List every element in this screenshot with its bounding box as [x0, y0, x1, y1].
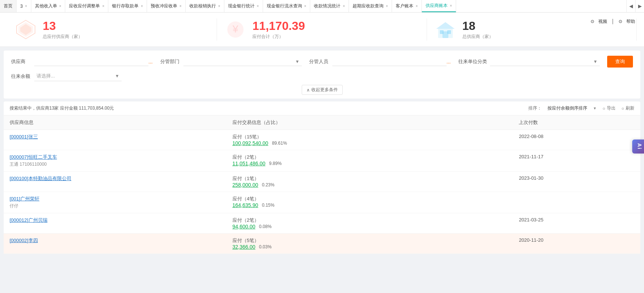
filter-balance: 往来余额 请选择... ▼ — [11, 71, 122, 81]
dept-filter-label: 分管部门 — [160, 58, 181, 65]
results-summary: 搜索结果中，供应商13家 应付金额 111,703,854.00元 — [10, 105, 114, 111]
person-filter-label: 分管人员 — [309, 58, 329, 65]
col-header-tx: 应付交易信息（占比） — [227, 116, 513, 130]
nav-customer-ledger-label: 客户账本 — [396, 3, 413, 9]
tx-percent: 9.89% — [269, 161, 281, 166]
nav-prepay-offset-close[interactable]: × — [179, 4, 182, 8]
nav-cash-bank-stat-label: 现金银行统计 — [228, 3, 255, 9]
stat-label-amount: 应付合计（万） — [252, 34, 305, 40]
nav-receipt-stat[interactable]: 收款情况统计 × — [310, 0, 349, 12]
person-dots-btn[interactable]: ... — [447, 59, 451, 65]
nav-prev-arrow[interactable]: ◀ — [626, 0, 635, 13]
stat-number-suppliers: 13 — [43, 19, 83, 33]
tx-amount[interactable]: 32,366.00 — [232, 244, 255, 250]
nav-supplier-ledger[interactable]: 供应商账本 × — [422, 0, 456, 12]
nav-tab3-close[interactable]: × — [25, 4, 27, 8]
supplier-link[interactable]: [000002]李四 — [10, 238, 38, 243]
supplier-input[interactable] — [34, 57, 148, 66]
nav-ar-ap-adjust-close[interactable]: × — [102, 4, 104, 8]
nav-receipt-verify-close[interactable]: × — [218, 4, 220, 8]
nav-cash-bank-query[interactable]: 现金银行流水查询 × — [263, 0, 311, 12]
table-row: [000001]张三应付（15笔）100,092,540.0089.61%202… — [4, 130, 640, 150]
nav-next-arrow[interactable]: ▶ — [635, 0, 644, 13]
nav-cash-bank-stat-close[interactable]: × — [257, 4, 259, 8]
tx-amount[interactable]: 94,600.00 — [232, 224, 255, 230]
top-nav: 首页 3 × 其他收入单 × 应收应付调整单 × 银行存取款单 × 预收冲应收单… — [0, 0, 644, 13]
nav-other-income-close[interactable]: × — [59, 4, 62, 8]
data-table: 供应商信息 应付交易信息（占比） 上次付数 [000001]张三应付（15笔）1… — [4, 116, 640, 254]
supplier-cell: [000001]张三 — [4, 130, 227, 150]
tx-amount[interactable]: 11,051,486.00 — [232, 161, 266, 166]
nav-cash-bank-stat[interactable]: 现金银行统计 × — [224, 0, 263, 12]
nav-supplier-ledger-close[interactable]: × — [450, 4, 452, 8]
export-btn[interactable]: ○ 导出 — [603, 105, 616, 111]
filter-supplier: 供应商 ... — [11, 57, 153, 66]
supplier-link[interactable]: [001]广州荣轩 — [10, 196, 39, 201]
nav-overdue-ar-label: 超期应收款查询 — [353, 3, 384, 9]
tx-amount[interactable]: 258,000.00 — [232, 182, 258, 188]
stat-label-total: 总供应商（家） — [462, 34, 493, 40]
supplier-cell: [001]广州荣轩仔仔 — [4, 192, 227, 213]
top-right-links: ⊙ 视频 │ ⊙ 帮助 — [589, 18, 637, 25]
video-link[interactable]: 视频 — [598, 19, 607, 24]
nav-customer-ledger[interactable]: 客户账本 × — [392, 0, 422, 12]
last-payment-date: 2022-08-08 — [519, 134, 543, 139]
nav-receipt-verify[interactable]: 收款核销执行 × — [186, 0, 224, 12]
sort-dropdown-icon[interactable]: ▼ — [593, 106, 597, 110]
tx-amount[interactable]: 100,092,540.00 — [232, 140, 268, 146]
supplier-link[interactable]: [000007]恒旺二手叉车 — [10, 154, 57, 160]
balance-select-text: 请选择... — [36, 73, 115, 79]
nav-ar-ap-adjust[interactable]: 应收应付调整单 × — [65, 0, 108, 12]
stat-content-amount: 11,170.39 应付合计（万） — [252, 19, 305, 40]
nav-overdue-ar-close[interactable]: × — [386, 4, 388, 8]
nav-customer-ledger-close[interactable]: × — [416, 4, 418, 8]
nav-bank-deposit-label: 银行存取款单 — [112, 3, 139, 9]
stat-content-suppliers: 13 总应付供应商（家） — [43, 19, 83, 40]
person-input[interactable] — [332, 57, 447, 66]
svg-rect-8 — [440, 30, 444, 34]
tx-label: 应付（15笔） — [232, 134, 507, 140]
nav-bank-deposit[interactable]: 银行存取款单 × — [108, 0, 147, 12]
table-header-row: 供应商信息 应付交易信息（占比） 上次付数 — [4, 116, 640, 130]
nav-receipt-stat-close[interactable]: × — [343, 4, 345, 8]
nav-overdue-ar[interactable]: 超期应收款查询 × — [349, 0, 392, 12]
last-payment-cell: 2020-11-20 — [513, 234, 640, 254]
divider: │ — [612, 19, 615, 24]
tx-amount[interactable]: 164,635.90 — [232, 202, 258, 208]
tx-cell: 应付（1笔）258,000.000.23% — [227, 172, 513, 192]
nav-tab3[interactable]: 3 × — [17, 0, 31, 12]
category-select[interactable]: ▼ — [490, 58, 600, 66]
balance-select[interactable]: 请选择... ▼ — [34, 71, 122, 81]
stat-label-suppliers: 总应付供应商（家） — [43, 34, 83, 40]
sort-select[interactable]: 按应付余额倒序排序 — [547, 105, 587, 111]
category-dropdown-icon: ▼ — [593, 59, 598, 64]
results-header: 搜索结果中，供应商13家 应付金额 111,703,854.00元 排序： 按应… — [4, 101, 640, 116]
export-label: 导出 — [607, 105, 616, 111]
refresh-btn[interactable]: ○ 刷新 — [622, 105, 634, 111]
supplier-dots-btn[interactable]: ... — [148, 59, 153, 65]
filter-row-2: 往来余额 请选择... ▼ — [11, 71, 122, 81]
nav-prepay-offset[interactable]: 预收冲应收单 × — [147, 0, 186, 12]
nav-other-income[interactable]: 其他收入单 × — [31, 0, 66, 12]
tx-label: 应付（5笔） — [232, 237, 507, 244]
collapse-button[interactable]: ∧ 收起更多条件 — [302, 85, 343, 95]
nav-bank-deposit-close[interactable]: × — [141, 4, 143, 8]
ai-assistant-button[interactable]: Ai — [632, 139, 644, 154]
help-link[interactable]: 帮助 — [626, 19, 635, 24]
nav-ar-ap-adjust-label: 应收应付调整单 — [69, 3, 100, 9]
supplier-link[interactable]: [000001]张三 — [10, 134, 38, 139]
nav-cash-bank-query-close[interactable]: × — [304, 4, 307, 8]
dept-select[interactable]: ▼ — [183, 58, 302, 66]
svg-text:¥: ¥ — [232, 23, 239, 35]
collapse-label: 收起更多条件 — [311, 87, 338, 93]
supplier-link[interactable]: [000012]广州贝瑞 — [10, 217, 48, 223]
filter-person: 分管人员 ... — [309, 57, 451, 66]
last-payment-cell — [513, 192, 640, 213]
nav-home[interactable]: 首页 — [0, 0, 17, 12]
search-button[interactable]: 查询 — [607, 56, 633, 68]
filter-area: 供应商 ... 分管部门 ▼ 分管人员 ... 往来单位分类 ▼ 查询 — [4, 51, 640, 99]
supplier-link[interactable]: [000100]本特勤油品有限公司 — [10, 176, 71, 181]
col-header-supplier: 供应商信息 — [4, 116, 227, 130]
tx-label: 应付（1笔） — [232, 175, 507, 182]
stat-number-total: 18 — [462, 19, 493, 33]
